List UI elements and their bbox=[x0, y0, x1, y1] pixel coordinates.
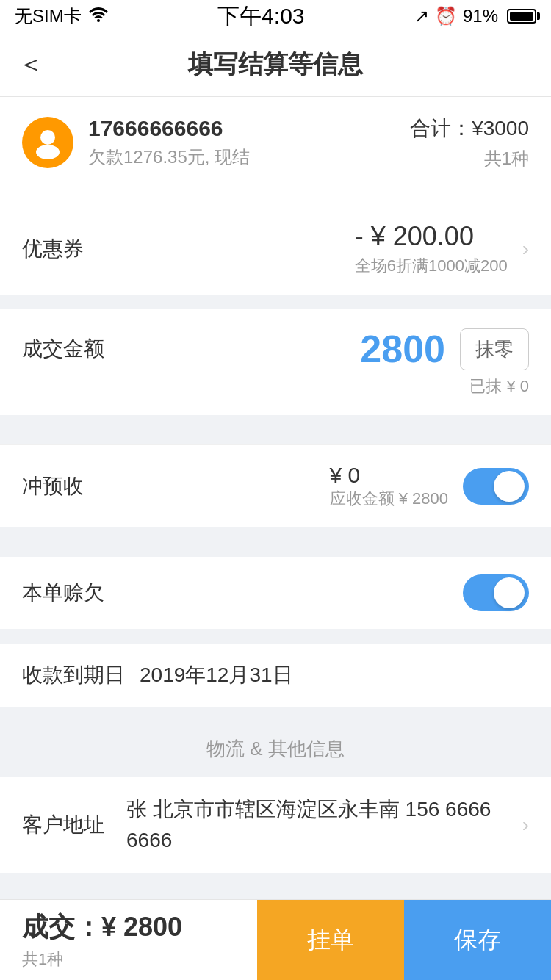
duedate-row: 收款到期日 2019年12月31日 bbox=[22, 661, 529, 689]
nav-header: ＜ 填写结算等信息 bbox=[0, 32, 551, 97]
svg-point-1 bbox=[36, 145, 60, 159]
content-area: 17666666666 欠款1276.35元, 现结 合计：¥3000 共1种 … bbox=[0, 97, 551, 976]
chevron-right-icon: › bbox=[522, 237, 529, 261]
bottom-bar: 成交：¥ 2800 共1种 挂单 保存 bbox=[0, 899, 551, 980]
logistics-line-right bbox=[359, 749, 529, 749]
logistics-header: 物流 & 其他信息 bbox=[0, 721, 551, 777]
coupon-row[interactable]: 优惠券 - ¥ 200.00 全场6折满1000减200 › bbox=[0, 203, 551, 295]
total-amount: 合计：¥3000 bbox=[410, 115, 529, 143]
customer-right: 合计：¥3000 共1种 bbox=[410, 115, 529, 170]
duedate-label: 收款到期日 bbox=[22, 661, 125, 689]
status-left: 无SIM卡 bbox=[15, 4, 108, 28]
back-button[interactable]: ＜ bbox=[18, 46, 44, 82]
customer-phone: 17666666666 bbox=[88, 116, 250, 141]
bottom-deal-label: 成交： bbox=[22, 912, 101, 942]
carrier-label: 无SIM卡 bbox=[15, 4, 82, 28]
customer-row: 17666666666 欠款1276.35元, 现结 合计：¥3000 共1种 bbox=[0, 97, 551, 188]
location-icon: ↗ bbox=[414, 6, 429, 26]
rush-label: 冲预收 bbox=[22, 472, 84, 500]
total-count: 共1种 bbox=[410, 147, 529, 170]
address-value: 张 北京市市辖区海淀区永丰南 156 6666 6666 bbox=[126, 794, 515, 856]
bottom-count: 共1种 bbox=[22, 948, 235, 970]
address-section[interactable]: 客户地址 张 北京市市辖区海淀区永丰南 156 6666 6666 › bbox=[0, 777, 551, 873]
bottom-summary: 成交：¥ 2800 共1种 bbox=[0, 909, 257, 970]
status-right: ↗ ⏰ 91% bbox=[414, 6, 536, 26]
hold-button[interactable]: 挂单 bbox=[257, 900, 404, 981]
amount-right: 2800 抹零 bbox=[360, 327, 529, 371]
amount-value: 2800 bbox=[360, 327, 445, 371]
duedate-value: 2019年12月31日 bbox=[140, 661, 293, 689]
section-divider-2 bbox=[0, 542, 551, 557]
svg-point-0 bbox=[40, 130, 55, 145]
coupon-desc: 全场6折满1000减200 bbox=[355, 255, 508, 277]
logistics-line-left bbox=[22, 749, 192, 749]
status-time: 下午4:03 bbox=[217, 1, 304, 32]
amount-section: 成交金额 2800 抹零 已抹 ¥ 0 bbox=[0, 309, 551, 415]
rush-amount: ¥ 0 bbox=[330, 463, 448, 488]
rush-row: 冲预收 ¥ 0 应收金额 ¥ 2800 bbox=[0, 444, 551, 527]
wifi-icon bbox=[89, 6, 108, 26]
address-chevron-icon: › bbox=[522, 813, 529, 837]
customer-section: 17666666666 欠款1276.35元, 现结 合计：¥3000 共1种 … bbox=[0, 97, 551, 295]
page-title: 填写结算等信息 bbox=[188, 48, 363, 82]
address-label: 客户地址 bbox=[22, 811, 104, 839]
avatar bbox=[22, 117, 73, 168]
battery-icon bbox=[507, 9, 536, 24]
duedate-section: 收款到期日 2019年12月31日 bbox=[0, 644, 551, 707]
amount-sub: 已抹 ¥ 0 bbox=[22, 375, 529, 397]
alarm-icon: ⏰ bbox=[435, 6, 457, 26]
save-button[interactable]: 保存 bbox=[404, 900, 551, 981]
coupon-right: - ¥ 200.00 全场6折满1000减200 › bbox=[355, 221, 529, 277]
customer-note: 欠款1276.35元, 现结 bbox=[88, 145, 250, 169]
customer-info: 17666666666 欠款1276.35元, 现结 bbox=[88, 116, 250, 169]
writeoff-toggle[interactable] bbox=[463, 574, 529, 611]
coupon-discount: - ¥ 200.00 bbox=[355, 221, 508, 252]
logistics-title: 物流 & 其他信息 bbox=[206, 736, 345, 762]
writeoff-label: 本单赊欠 bbox=[22, 579, 104, 607]
amount-row: 成交金额 2800 抹零 bbox=[22, 327, 529, 371]
round-button[interactable]: 抹零 bbox=[460, 328, 529, 370]
battery-percent: 91% bbox=[463, 6, 498, 26]
amount-label: 成交金额 bbox=[22, 335, 104, 363]
section-divider-1 bbox=[0, 430, 551, 444]
rush-toggle[interactable] bbox=[463, 468, 529, 505]
bottom-deal-amount: ¥ 2800 bbox=[101, 912, 182, 942]
rush-right: ¥ 0 应收金额 ¥ 2800 bbox=[330, 463, 529, 510]
customer-left: 17666666666 欠款1276.35元, 现结 bbox=[22, 116, 250, 169]
status-bar: 无SIM卡 下午4:03 ↗ ⏰ 91% bbox=[0, 0, 551, 32]
coupon-label: 优惠券 bbox=[22, 235, 84, 263]
bottom-deal: 成交：¥ 2800 bbox=[22, 909, 235, 945]
rush-sub: 应收金额 ¥ 2800 bbox=[330, 488, 448, 510]
writeoff-section: 本单赊欠 bbox=[0, 557, 551, 629]
